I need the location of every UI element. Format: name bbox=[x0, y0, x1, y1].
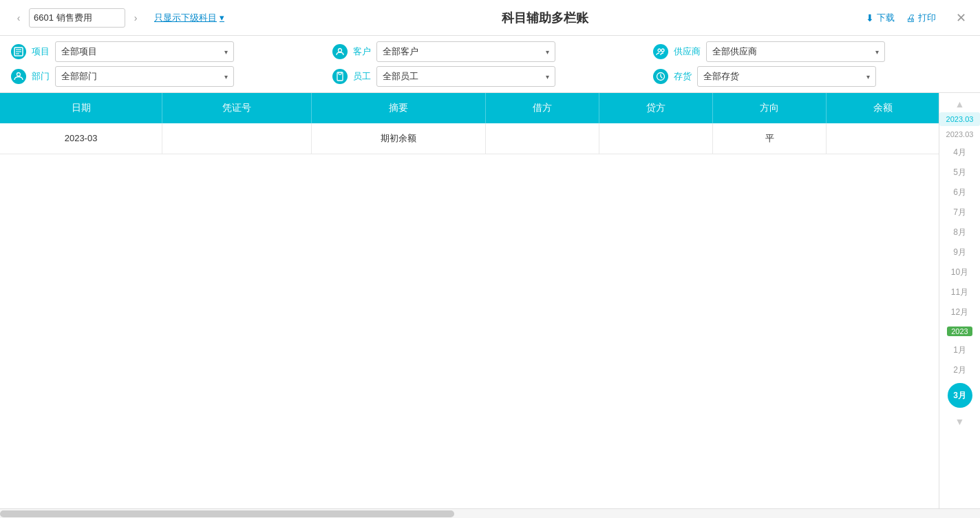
prev-account-button[interactable]: ‹ bbox=[11, 10, 26, 25]
current-month-badge[interactable]: 3月 bbox=[948, 383, 972, 408]
timeline-item-5[interactable]: 5月 bbox=[939, 163, 980, 183]
col-credit: 贷方 bbox=[599, 93, 712, 123]
filter-row-1: 项目 全部项目 ▾ 客户 全部客户 ▾ bbox=[11, 41, 969, 62]
col-direction: 方向 bbox=[713, 93, 827, 123]
timeline-item-4[interactable]: 4月 bbox=[939, 143, 980, 163]
year-badge-2023[interactable]: 2023 bbox=[947, 322, 972, 340]
department-arrow-icon: ▾ bbox=[224, 73, 228, 81]
employee-value: 全部员工 bbox=[383, 70, 418, 83]
download-label: 下载 bbox=[877, 12, 895, 24]
col-debit: 借方 bbox=[485, 93, 599, 123]
col-voucher: 凭证号 bbox=[162, 93, 311, 123]
timeline-item-2023-03-selected[interactable]: 2023.03 bbox=[939, 112, 980, 126]
timeline-item-6[interactable]: 6月 bbox=[939, 183, 980, 203]
account-code-box: 6601 销售费用 bbox=[29, 8, 125, 28]
svg-rect-8 bbox=[337, 72, 343, 81]
svg-point-7 bbox=[17, 73, 21, 76]
cell-debit bbox=[485, 123, 599, 154]
department-value: 全部部门 bbox=[61, 70, 97, 83]
print-icon: 🖨 bbox=[906, 12, 915, 23]
employee-label: 员工 bbox=[353, 70, 371, 83]
supplier-icon bbox=[653, 44, 668, 59]
timeline-item-9[interactable]: 9月 bbox=[939, 242, 980, 262]
customer-label: 客户 bbox=[353, 45, 371, 58]
supplier-arrow-icon: ▾ bbox=[875, 48, 879, 56]
inventory-arrow-icon: ▾ bbox=[866, 73, 870, 81]
timeline-down-button[interactable]: ▼ bbox=[952, 413, 968, 430]
supplier-value: 全部供应商 bbox=[712, 45, 757, 58]
top-bar: ‹ 6601 销售费用 › 只显示下级科目 ▾ 科目辅助多栏账 ⬇ 下载 🖨 打… bbox=[0, 0, 980, 36]
project-icon bbox=[11, 44, 26, 59]
col-summary: 摘要 bbox=[311, 93, 485, 123]
table-area: 日期 凭证号 摘要 借方 贷方 方向 余额 2023-03期初余额平 ▲ 202… bbox=[0, 93, 980, 508]
page-title: 科目辅助多栏账 bbox=[224, 10, 866, 26]
customer-icon bbox=[332, 44, 348, 59]
inventory-select[interactable]: 全部存货 ▾ bbox=[697, 66, 876, 87]
cell-balance bbox=[827, 123, 939, 154]
timeline-item-7[interactable]: 7月 bbox=[939, 203, 980, 222]
table-content: 日期 凭证号 摘要 借方 贷方 方向 余额 2023-03期初余额平 bbox=[0, 93, 939, 508]
timeline-item-11[interactable]: 11月 bbox=[939, 282, 980, 302]
project-filter-group: 项目 全部项目 ▾ bbox=[11, 41, 327, 62]
col-balance: 余额 bbox=[827, 93, 939, 123]
inventory-filter-group: 存货 全部存货 ▾ bbox=[653, 66, 969, 87]
timeline-item-8[interactable]: 8月 bbox=[939, 222, 980, 242]
ledger-table: 日期 凭证号 摘要 借方 贷方 方向 余额 2023-03期初余额平 bbox=[0, 93, 939, 154]
department-icon bbox=[11, 69, 26, 84]
filter-row-2: 部门 全部部门 ▾ 员工 全部员工 ▾ bbox=[11, 66, 969, 87]
timeline-item-2[interactable]: 2月 bbox=[939, 360, 980, 380]
cell-direction: 平 bbox=[713, 123, 827, 154]
scrollbar-track bbox=[0, 509, 980, 518]
svg-point-4 bbox=[338, 49, 341, 52]
project-arrow-icon: ▾ bbox=[224, 48, 228, 56]
inventory-icon bbox=[653, 69, 668, 84]
scrollbar-thumb[interactable] bbox=[0, 510, 454, 517]
department-filter-group: 部门 全部部门 ▾ bbox=[11, 66, 327, 87]
timeline-item-12[interactable]: 12月 bbox=[939, 302, 980, 322]
filter-area: 项目 全部项目 ▾ 客户 全部客户 ▾ bbox=[0, 36, 980, 93]
download-button[interactable]: ⬇ 下载 bbox=[866, 12, 895, 24]
timeline-item-1[interactable]: 1月 bbox=[939, 340, 980, 360]
table-row: 2023-03期初余额平 bbox=[0, 123, 939, 154]
cell-credit bbox=[599, 123, 712, 154]
print-button[interactable]: 🖨 打印 bbox=[906, 12, 936, 24]
employee-select[interactable]: 全部员工 ▾ bbox=[376, 66, 555, 87]
customer-value: 全部客户 bbox=[383, 45, 418, 58]
show-sub-dropdown-icon: ▾ bbox=[220, 12, 224, 23]
customer-arrow-icon: ▾ bbox=[546, 48, 549, 56]
department-label: 部门 bbox=[32, 70, 50, 83]
department-select[interactable]: 全部部门 ▾ bbox=[55, 66, 234, 87]
bottom-scrollbar[interactable] bbox=[0, 508, 980, 518]
top-actions: ⬇ 下载 🖨 打印 ✕ bbox=[866, 10, 969, 26]
svg-point-5 bbox=[658, 49, 661, 52]
main-container: ‹ 6601 销售费用 › 只显示下级科目 ▾ 科目辅助多栏账 ⬇ 下载 🖨 打… bbox=[0, 0, 980, 518]
cell-voucher bbox=[162, 123, 311, 154]
account-name: 销售费用 bbox=[56, 12, 92, 24]
inventory-label: 存货 bbox=[674, 70, 692, 83]
download-icon: ⬇ bbox=[866, 12, 874, 23]
customer-select[interactable]: 全部客户 ▾ bbox=[376, 41, 555, 62]
project-value: 全部项目 bbox=[61, 45, 97, 58]
timeline-item-3-current[interactable]: 3月 bbox=[948, 380, 972, 411]
print-label: 打印 bbox=[918, 12, 936, 24]
employee-icon bbox=[332, 69, 348, 84]
side-timeline: ▲ 2023.03 2023.03 4月 5月 6月 7月 8月 9月 10月 … bbox=[939, 93, 980, 508]
supplier-label: 供应商 bbox=[674, 45, 701, 58]
customer-filter-group: 客户 全部客户 ▾ bbox=[332, 41, 648, 62]
cell-summary: 期初余额 bbox=[311, 123, 485, 154]
supplier-select[interactable]: 全部供应商 ▾ bbox=[706, 41, 885, 62]
close-button[interactable]: ✕ bbox=[952, 10, 969, 26]
timeline-item-2023-03[interactable]: 2023.03 bbox=[939, 126, 980, 143]
timeline-item-10[interactable]: 10月 bbox=[939, 262, 980, 282]
project-select[interactable]: 全部项目 ▾ bbox=[55, 41, 234, 62]
table-header-row: 日期 凭证号 摘要 借方 贷方 方向 余额 bbox=[0, 93, 939, 123]
employee-arrow-icon: ▾ bbox=[546, 73, 549, 81]
next-account-button[interactable]: › bbox=[128, 10, 143, 25]
show-sub-button[interactable]: 只显示下级科目 ▾ bbox=[154, 12, 224, 24]
svg-point-6 bbox=[661, 49, 664, 52]
col-date: 日期 bbox=[0, 93, 162, 123]
show-sub-label: 只显示下级科目 bbox=[154, 12, 217, 24]
cell-date: 2023-03 bbox=[0, 123, 162, 154]
inventory-value: 全部存货 bbox=[703, 70, 739, 83]
timeline-up-button[interactable]: ▲ bbox=[952, 96, 968, 112]
